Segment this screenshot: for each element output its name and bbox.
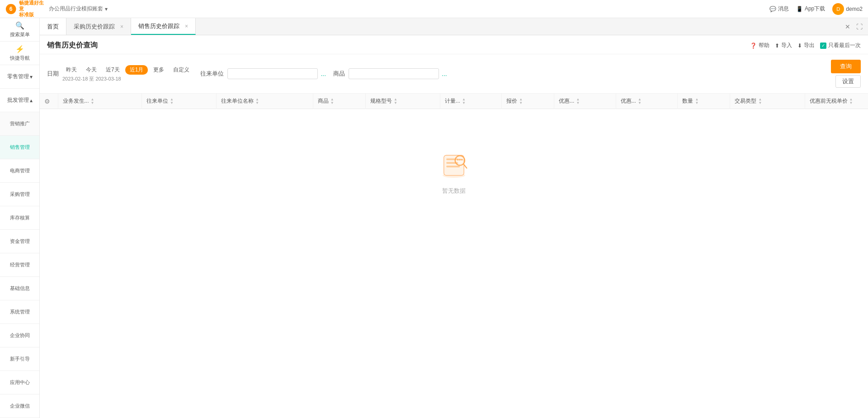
goods-input-group: ...	[349, 68, 447, 79]
sidebar-item-sales[interactable]: 销售管理	[0, 136, 39, 159]
sidebar-item-operations-label: 经营管理	[10, 261, 30, 268]
sidebar-item-app-center-label: 应用中心	[10, 379, 30, 385]
col-unit-label: 计量...	[445, 97, 460, 105]
sidebar-item-inventory[interactable]: 库存核算	[0, 206, 39, 230]
date-range-text: 2023-02-18 至 2023-03-18	[62, 76, 193, 82]
goods-search-btn[interactable]: ...	[442, 70, 447, 77]
col-price-label: 报价	[506, 97, 517, 105]
sidebar-item-newbie-label: 新手引导	[10, 356, 30, 362]
gear-icon[interactable]: ⚙	[44, 98, 50, 105]
sidebar-item-wholesale[interactable]: 批发管理 ▴	[0, 89, 39, 112]
svg-rect-6	[446, 166, 460, 167]
date-opt-7days[interactable]: 近7天	[102, 65, 123, 75]
sidebar-item-ecommerce[interactable]: 电商管理	[0, 159, 39, 183]
col-quantity[interactable]: 数量 ▲▼	[678, 94, 730, 109]
sidebar-item-marketing-label: 营销推广	[10, 120, 30, 127]
tab-spacer	[196, 18, 839, 35]
sort-icon-no-tax-price: ▲▼	[849, 98, 853, 105]
tab-purchase-history[interactable]: 采购历史价跟踪 ×	[66, 18, 131, 35]
help-icon: ❓	[750, 43, 757, 49]
sidebar-item-app-center[interactable]: 应用中心	[0, 371, 39, 394]
query-button[interactable]: 查询	[831, 60, 861, 73]
tab-sales-close[interactable]: ×	[185, 23, 188, 29]
date-opt-today[interactable]: 今天	[82, 65, 100, 75]
filter-right: 查询 设置	[831, 60, 861, 88]
date-options: 昨天 今天 近7天 近1月 更多 自定义	[62, 65, 193, 75]
sidebar-item-purchase-label: 采购管理	[10, 191, 30, 197]
partner-search-btn[interactable]: ...	[321, 70, 326, 77]
data-table: ⚙ 业务发生... ▲▼ 往来	[40, 94, 868, 109]
col-goods[interactable]: 商品 ▲▼	[313, 94, 365, 109]
col-trade-type-label: 交易类型	[735, 97, 756, 105]
sidebar-item-newbie[interactable]: 新手引导	[0, 347, 39, 371]
col-spec[interactable]: 规格型号 ▲▼	[365, 94, 440, 109]
top-header: 6 畅捷通好生意 标准版 办公用品行业模拟账套 ▾ 💬 消息 📱 App下载 D…	[0, 0, 868, 18]
sidebar-item-finance[interactable]: 资金管理	[0, 230, 39, 253]
tab-purchase-close[interactable]: ×	[120, 24, 123, 30]
tab-sales-history[interactable]: 销售历史价跟踪 ×	[131, 18, 196, 35]
date-opt-1month[interactable]: 近1月	[125, 65, 148, 75]
sort-icon-partner-code: ▲▼	[170, 98, 174, 105]
col-discount1[interactable]: 优惠... ▲▼	[554, 94, 616, 109]
sort-icon-trade-type: ▲▼	[758, 98, 762, 105]
sort-icon-spec: ▲▼	[394, 98, 397, 105]
tab-home[interactable]: 首页	[40, 18, 66, 35]
logo-area: 6 畅捷通好生意 标准版	[5, 0, 45, 18]
date-opt-custom[interactable]: 自定义	[170, 65, 193, 75]
col-trade-type[interactable]: 交易类型 ▲▼	[730, 94, 805, 109]
col-partner-code[interactable]: 往来单位 ▲▼	[142, 94, 216, 109]
svg-point-12	[461, 159, 463, 161]
sidebar-item-basic[interactable]: 基础信息	[0, 277, 39, 300]
sidebar-item-search[interactable]: 🔍 搜索菜单	[0, 18, 39, 42]
col-discount1-label: 优惠...	[559, 97, 574, 105]
sort-icon-discount1: ▲▼	[576, 98, 580, 105]
export-icon: ⬇	[797, 43, 802, 49]
sidebar-item-marketing[interactable]: 营销推广	[0, 112, 39, 136]
table-wrapper: ⚙ 业务发生... ▲▼ 往来	[40, 94, 868, 231]
col-unit[interactable]: 计量... ▲▼	[440, 94, 501, 109]
col-no-tax-price-label: 优惠前无税单价	[810, 97, 848, 105]
sidebar-item-inventory-label: 库存核算	[10, 214, 30, 221]
col-biz-date[interactable]: 业务发生... ▲▼	[58, 94, 142, 109]
page-title: 销售历史价查询	[47, 41, 98, 50]
chevron-up-icon: ▴	[30, 97, 33, 104]
col-no-tax-price[interactable]: 优惠前无税单价 ▲▼	[805, 94, 868, 109]
sidebar-item-system[interactable]: 系统管理	[0, 300, 39, 324]
tab-close-all-btn[interactable]: ✕	[843, 22, 853, 32]
partner-input[interactable]	[227, 68, 318, 79]
logo-text: 畅捷通好生意 标准版	[19, 0, 45, 18]
filter-area: 日期 昨天 今天 近7天 近1月 更多 自定义 2023-02-18 至 202…	[40, 54, 868, 94]
sort-icon-biz-date: ▲▼	[91, 98, 94, 105]
col-partner-code-label: 往来单位	[146, 97, 168, 105]
sidebar-item-finance-label: 资金管理	[10, 238, 30, 244]
sidebar-item-purchase[interactable]: 采购管理	[0, 183, 39, 206]
app-download-btn[interactable]: 📱 App下载	[796, 5, 825, 13]
date-opt-more[interactable]: 更多	[150, 65, 168, 75]
message-btn[interactable]: 💬 消息	[769, 5, 789, 13]
breadcrumb-arrow: ▾	[105, 6, 108, 12]
sidebar-item-quick[interactable]: ⚡ 快捷导航	[0, 42, 39, 65]
help-btn[interactable]: ❓ 帮助	[750, 42, 769, 49]
sidebar-item-operations[interactable]: 经营管理	[0, 253, 39, 277]
col-partner-name[interactable]: 往来单位名称 ▲▼	[216, 94, 313, 109]
goods-input[interactable]	[349, 68, 439, 79]
import-btn[interactable]: ⬆ 导入	[775, 42, 792, 49]
only-last-checkbox[interactable]: ✓ 只看最后一次	[820, 42, 861, 49]
sidebar-item-system-label: 系统管理	[10, 309, 30, 315]
col-price[interactable]: 报价 ▲▼	[502, 94, 554, 109]
tab-sales-label: 销售历史价跟踪	[138, 22, 179, 30]
date-options-col: 昨天 今天 近7天 近1月 更多 自定义 2023-02-18 至 2023-0…	[62, 65, 193, 82]
chevron-down-icon: ▾	[30, 74, 33, 80]
settings-button[interactable]: 设置	[835, 75, 861, 88]
tab-maximize-btn[interactable]: ⛶	[854, 22, 864, 32]
tab-home-label: 首页	[47, 23, 59, 31]
export-btn[interactable]: ⬇ 导出	[797, 42, 815, 49]
sidebar-item-wechat[interactable]: 企业微信	[0, 394, 39, 418]
col-discount2[interactable]: 优惠... ▲▼	[616, 94, 677, 109]
sidebar-item-search-label: 搜索菜单	[10, 31, 30, 38]
partner-label: 往来单位	[200, 70, 224, 78]
date-opt-yesterday[interactable]: 昨天	[62, 65, 80, 75]
sidebar-item-enterprise[interactable]: 企业协同	[0, 324, 39, 347]
sidebar-item-retail[interactable]: 零售管理 ▾	[0, 65, 39, 89]
user-avatar[interactable]: D demo2	[832, 3, 863, 15]
